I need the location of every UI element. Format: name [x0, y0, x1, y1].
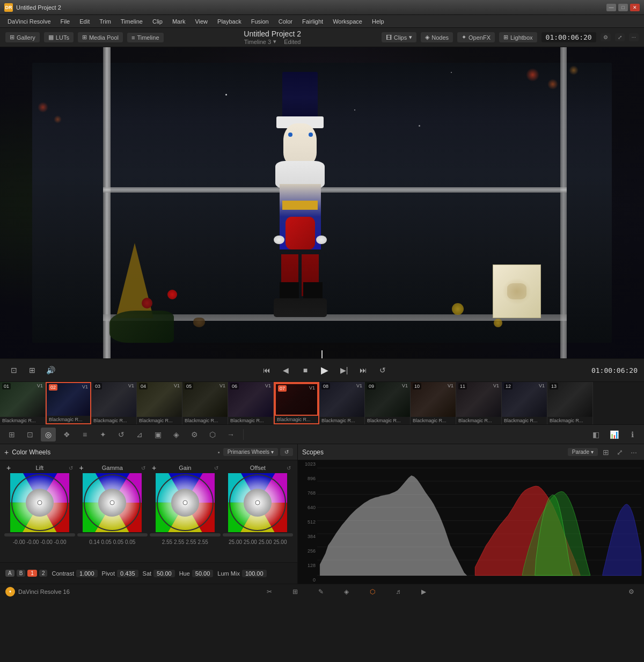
- menu-trim[interactable]: Trim: [95, 17, 115, 26]
- status-color-btn[interactable]: ⬡: [365, 586, 380, 598]
- gamma-slider[interactable]: [77, 533, 148, 536]
- gamma-color-wheel[interactable]: [83, 473, 142, 532]
- gain-reset-icon[interactable]: ↺: [214, 465, 218, 471]
- step-back-button[interactable]: ◀: [279, 363, 294, 378]
- clip-07[interactable]: 07 V1 Blackmagic R...: [274, 382, 319, 424]
- gain-color-wheel[interactable]: [156, 473, 215, 532]
- b-btn[interactable]: B: [17, 570, 26, 577]
- clip-06[interactable]: 06 V1 Blackmagic R...: [228, 382, 274, 424]
- lift-slider[interactable]: [4, 533, 75, 536]
- clip-02[interactable]: 02 V1 Blackmagic R...: [46, 382, 91, 424]
- menu-fairlight[interactable]: Fairlight: [298, 17, 327, 26]
- nodes-button[interactable]: ◈ Nodes: [421, 32, 453, 42]
- clip-10[interactable]: 10 V1 Blackmagic R...: [411, 382, 456, 424]
- clip-01[interactable]: 01 V1 Blackmagic R...: [0, 382, 46, 424]
- parade-dropdown[interactable]: Parade ▾: [568, 448, 598, 456]
- status-media-btn[interactable]: ⊞: [288, 586, 303, 598]
- color-tool-gallery-btn[interactable]: ⊡: [23, 428, 38, 442]
- stop-button[interactable]: ■: [298, 363, 313, 378]
- openfx-button[interactable]: ✦ OpenFX: [457, 32, 495, 42]
- scopes-more-btn[interactable]: ···: [628, 446, 640, 458]
- clip-09[interactable]: 09 V1 Blackmagic R...: [365, 382, 411, 424]
- status-settings-btn[interactable]: ⚙: [624, 586, 639, 598]
- timeline-button[interactable]: ≡ Timeline: [127, 33, 164, 42]
- scopes-expand-btn[interactable]: ⤢: [614, 446, 626, 458]
- menu-playback[interactable]: Playback: [213, 17, 246, 26]
- contrast-value[interactable]: 1.000: [76, 570, 98, 577]
- gain-add-icon[interactable]: +: [152, 464, 156, 472]
- menu-help[interactable]: Help: [368, 17, 389, 26]
- color-tool-histogram-btn[interactable]: 📊: [606, 428, 621, 442]
- clip-11[interactable]: 11 V1 Blackmagic R...: [456, 382, 502, 424]
- menu-edit[interactable]: Edit: [75, 17, 94, 26]
- viewer-layout-button[interactable]: ⊞: [25, 363, 40, 378]
- clip-03[interactable]: 03 V1 Blackmagic R...: [91, 382, 137, 424]
- menu-color[interactable]: Color: [274, 17, 297, 26]
- offset-color-wheel[interactable]: [228, 473, 287, 532]
- status-fusion-btn[interactable]: ◈: [339, 586, 354, 598]
- gallery-button[interactable]: ⊞ Gallery: [5, 32, 40, 42]
- lift-reset-icon[interactable]: ↺: [69, 465, 73, 471]
- color-tool-qualifier-btn[interactable]: ✦: [96, 428, 111, 442]
- minimize-button[interactable]: —: [606, 4, 616, 11]
- color-tool-clip-btn[interactable]: ⊞: [4, 428, 19, 442]
- luts-button[interactable]: ▦ LUTs: [44, 32, 74, 42]
- lift-add-icon[interactable]: +: [6, 464, 11, 472]
- menu-mark[interactable]: Mark: [168, 17, 189, 26]
- color-tool-custom-curves-btn[interactable]: ≡: [77, 428, 92, 442]
- toolbar-fullscreen-icon[interactable]: ⤢: [615, 33, 625, 41]
- menu-workspace[interactable]: Workspace: [328, 17, 367, 26]
- sat-value[interactable]: 50.00: [153, 570, 175, 577]
- menu-clip[interactable]: Clip: [148, 17, 167, 26]
- maximize-button[interactable]: □: [618, 4, 628, 11]
- menu-timeline[interactable]: Timeline: [116, 17, 147, 26]
- step-forward-button[interactable]: ▶|: [336, 363, 352, 378]
- hue-value[interactable]: 50.00: [192, 570, 214, 577]
- color-tool-raw-btn[interactable]: ⬡: [205, 428, 220, 442]
- status-deliver-btn[interactable]: ▶: [416, 586, 431, 598]
- toolbar-more-icon[interactable]: ···: [629, 33, 639, 41]
- offset-reset-icon[interactable]: ↺: [287, 465, 291, 471]
- color-tool-key-btn[interactable]: ◈: [169, 428, 184, 442]
- scopes-layout-btn[interactable]: ⊞: [600, 446, 612, 458]
- gamma-reset-icon[interactable]: ↺: [141, 465, 145, 471]
- loop-button[interactable]: ↺: [375, 363, 390, 378]
- add-node-icon[interactable]: +: [4, 448, 9, 457]
- status-edit-btn[interactable]: ✎: [313, 586, 328, 598]
- color-tool-color-warper-btn[interactable]: ⚙: [187, 428, 202, 442]
- node-2-btn[interactable]: 2: [39, 570, 48, 577]
- menu-file[interactable]: File: [56, 17, 75, 26]
- clip-12[interactable]: 12 V1 Blackmagic R...: [502, 382, 547, 424]
- menu-davinci[interactable]: DaVinci Resolve: [3, 17, 55, 26]
- color-tool-motion-effects-btn[interactable]: →: [223, 428, 238, 442]
- clip-05[interactable]: 05 V1 Blackmagic R...: [182, 382, 228, 424]
- clip-04[interactable]: 04 V1 Blackmagic R...: [137, 382, 182, 424]
- color-tool-blur-btn[interactable]: ▣: [150, 428, 165, 442]
- play-button[interactable]: ▶: [317, 363, 332, 378]
- menu-view[interactable]: View: [191, 17, 212, 26]
- pivot-value[interactable]: 0.435: [117, 570, 138, 577]
- color-tool-scopes-btn[interactable]: ◧: [588, 428, 603, 442]
- menu-fusion[interactable]: Fusion: [247, 17, 273, 26]
- auto-btn[interactable]: A: [5, 570, 14, 577]
- color-wheels-loop-btn[interactable]: ↺: [280, 448, 293, 456]
- primaries-wheels-dropdown[interactable]: Primaries Wheels ▾: [223, 448, 278, 456]
- color-tool-tracker-btn[interactable]: ⊿: [132, 428, 147, 442]
- lightbox-button[interactable]: ⊞ Lightbox: [499, 32, 537, 42]
- status-fairlight-btn[interactable]: ♬: [391, 586, 406, 598]
- lift-color-wheel[interactable]: [10, 473, 69, 532]
- clips-button[interactable]: 🎞 Clips ▾: [382, 32, 416, 42]
- clip-13[interactable]: 13 Blackmagic R...: [547, 382, 593, 424]
- clip-08[interactable]: 08 V1 Blackmagic R...: [319, 382, 365, 424]
- offset-slider[interactable]: [223, 533, 294, 536]
- color-tool-wheel-btn[interactable]: ◎: [41, 428, 56, 442]
- toolbar-settings-icon[interactable]: ⚙: [601, 33, 611, 41]
- skip-to-end-button[interactable]: ⏭: [356, 363, 371, 378]
- lum-mix-value[interactable]: 100.00: [242, 570, 267, 577]
- close-button[interactable]: ✕: [630, 4, 640, 11]
- color-tool-info-btn[interactable]: ℹ: [625, 428, 640, 442]
- viewer-audio-button[interactable]: 🔊: [43, 363, 58, 378]
- status-cut-btn[interactable]: ✂: [262, 586, 277, 598]
- skip-to-start-button[interactable]: ⏮: [259, 363, 274, 378]
- color-tool-power-windows-btn[interactable]: ↺: [114, 428, 129, 442]
